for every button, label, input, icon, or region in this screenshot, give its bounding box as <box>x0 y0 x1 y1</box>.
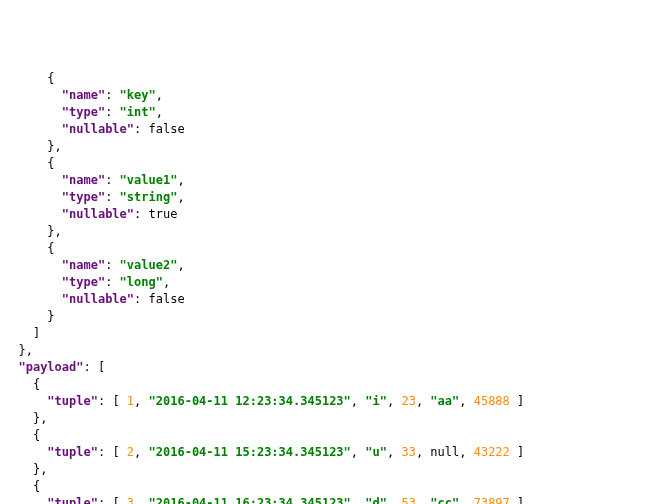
json-number: 73897 <box>474 496 510 504</box>
json-string: "string" <box>120 190 178 204</box>
json-key-tuple: "tuple" <box>47 394 98 408</box>
json-key-name: "name" <box>62 258 105 272</box>
json-literal: false <box>149 292 185 306</box>
json-string: "value2" <box>120 258 178 272</box>
json-number: 53 <box>401 496 415 504</box>
json-key-name: "name" <box>62 88 105 102</box>
json-key-type: "type" <box>62 190 105 204</box>
json-number: 33 <box>401 445 415 459</box>
json-number: 2 <box>127 445 134 459</box>
json-string: "cc" <box>430 496 459 504</box>
json-string: "aa" <box>430 394 459 408</box>
json-key-type: "type" <box>62 105 105 119</box>
json-literal: true <box>149 207 178 221</box>
json-key-tuple: "tuple" <box>47 496 98 504</box>
json-string: "i" <box>365 394 387 408</box>
json-number: 43222 <box>474 445 510 459</box>
json-key-nullable: "nullable" <box>62 207 134 221</box>
json-key-type: "type" <box>62 275 105 289</box>
json-string: "2016-04-11 12:23:34.345123" <box>149 394 351 408</box>
json-string: "d" <box>365 496 387 504</box>
json-key-name: "name" <box>62 173 105 187</box>
json-key-payload: "payload" <box>18 360 83 374</box>
json-number: 23 <box>401 394 415 408</box>
json-string: "2016-04-11 16:23:34.345123" <box>149 496 351 504</box>
json-key-tuple: "tuple" <box>47 445 98 459</box>
json-number: 1 <box>127 394 134 408</box>
json-number: 3 <box>127 496 134 504</box>
json-string: "u" <box>365 445 387 459</box>
json-key-nullable: "nullable" <box>62 122 134 136</box>
json-string: "value1" <box>120 173 178 187</box>
json-code-block: { "name": "key", "type": "int", "nullabl… <box>4 70 642 504</box>
json-number: 45888 <box>474 394 510 408</box>
json-string: "long" <box>120 275 163 289</box>
json-key-nullable: "nullable" <box>62 292 134 306</box>
json-literal: null <box>430 445 459 459</box>
json-string: "key" <box>120 88 156 102</box>
json-string: "2016-04-11 15:23:34.345123" <box>149 445 351 459</box>
json-literal: false <box>149 122 185 136</box>
json-string: "int" <box>120 105 156 119</box>
